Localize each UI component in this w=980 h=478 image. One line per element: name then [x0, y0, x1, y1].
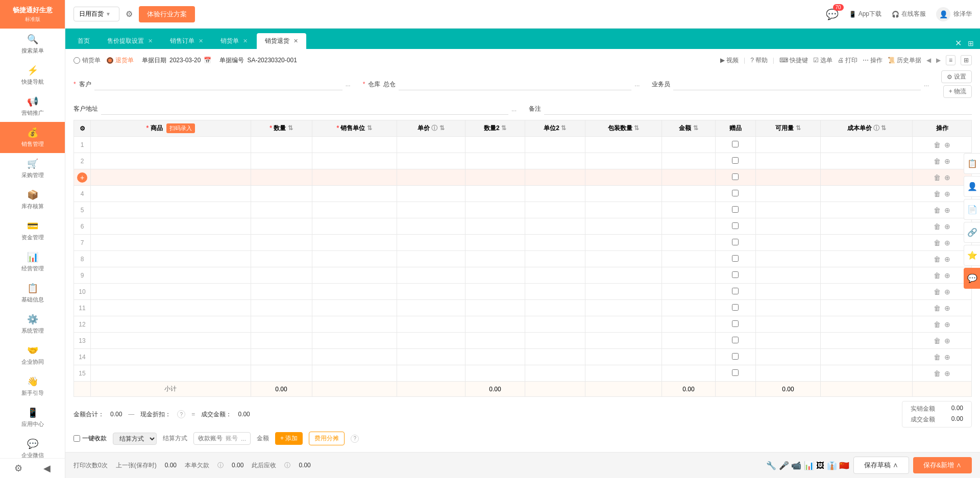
delete-row-btn-10[interactable]: 🗑 — [933, 287, 942, 297]
copy-row-btn-15[interactable]: ⊕ — [943, 368, 951, 379]
copy-row-btn-2[interactable]: ⊕ — [943, 156, 951, 166]
list-view-btn[interactable]: ≡ — [946, 55, 955, 65]
app-download[interactable]: 📱 App下载 — [849, 10, 881, 18]
copy-row-btn-1[interactable]: ⊕ — [943, 140, 951, 150]
copy-row-btn-9[interactable]: ⊕ — [943, 270, 951, 281]
copy-row-btn-11[interactable]: ⊕ — [943, 303, 951, 313]
should-recv-icon[interactable]: ⓘ — [284, 461, 290, 470]
grid-view-btn[interactable]: ⊞ — [961, 55, 972, 65]
col-unitprice-sort[interactable]: ⇅ — [439, 124, 445, 132]
salesperson-dots[interactable]: ... — [924, 81, 929, 88]
calendar-icon[interactable]: 📅 — [204, 57, 211, 64]
sidebar-item-sales[interactable]: 💰销售管理 — [0, 122, 65, 153]
discount-help[interactable]: ? — [177, 410, 185, 418]
sidebar-item-shortcut[interactable]: ⚡快捷导航 — [0, 60, 65, 91]
delete-row-btn-15[interactable]: 🗑 — [933, 368, 942, 379]
gift-checkbox-10[interactable] — [732, 288, 739, 294]
fee-split-btn[interactable]: 费用分摊 — [309, 432, 345, 445]
col-qty-sort[interactable]: ⇅ — [288, 124, 293, 132]
fee-help-icon[interactable]: ? — [351, 435, 359, 443]
delete-row-btn-6[interactable]: 🗑 — [933, 221, 942, 232]
video-help[interactable]: ▶ 视频 — [720, 56, 739, 65]
address-dots[interactable]: ... — [511, 106, 517, 113]
shortcut-btn[interactable]: ⌨ 快捷键 — [779, 56, 808, 65]
sidebar-item-inventory[interactable]: 📦库存核算 — [0, 184, 65, 215]
goods-input-3[interactable] — [94, 174, 248, 181]
tab-sale-goods[interactable]: 销货单✕ — [212, 33, 256, 49]
add-payment-btn[interactable]: + 添加 — [275, 432, 303, 445]
gift-checkbox-6[interactable] — [732, 222, 739, 229]
customer-input[interactable] — [94, 79, 342, 90]
gift-checkbox-5[interactable] — [732, 206, 739, 213]
copy-row-btn-6[interactable]: ⊕ — [943, 221, 951, 232]
delete-row-btn-12[interactable]: 🗑 — [933, 319, 942, 330]
one-click-pay-checkbox[interactable]: 一键收款 — [74, 434, 107, 443]
salesperson-input[interactable] — [673, 79, 921, 90]
print-btn[interactable]: 🖨 打印 — [838, 56, 857, 65]
doc-debt-icon[interactable]: ⓘ — [217, 461, 224, 470]
sidebar-item-appstore[interactable]: 📱应用中心 — [0, 402, 65, 433]
gift-checkbox-4[interactable] — [732, 190, 739, 196]
sidebar-item-enterprise[interactable]: 🤝企业协同 — [0, 340, 65, 371]
tab-sale-order[interactable]: 销售订单✕ — [162, 33, 211, 49]
user-avatar[interactable]: 👤 徐泽华 — [936, 7, 972, 21]
experience-btn[interactable]: 体验行业方案 — [139, 6, 195, 22]
col-unit2-sort[interactable]: ⇅ — [561, 124, 566, 132]
warehouse-dots[interactable]: ... — [634, 81, 640, 88]
gift-checkbox-3[interactable] — [732, 173, 739, 180]
delete-row-btn-4[interactable]: 🗑 — [933, 189, 942, 199]
gift-checkbox-11[interactable] — [732, 304, 739, 311]
side-panel-star[interactable]: ⭐ — [964, 245, 980, 266]
copy-row-btn-5[interactable]: ⊕ — [943, 205, 951, 215]
col-saleunit-sort[interactable]: ⇅ — [367, 124, 372, 132]
tab-sale-price[interactable]: 售价提取设置✕ — [99, 33, 161, 49]
delete-row-btn-9[interactable]: 🗑 — [933, 270, 942, 281]
window-maximize-btn[interactable]: ⊞ — [966, 39, 976, 47]
delete-row-btn-7[interactable]: 🗑 — [933, 238, 942, 248]
sidebar-item-wechat[interactable]: 💬企业微信 — [0, 433, 65, 458]
settings-btn[interactable]: ⚙ 设置 — [941, 70, 972, 83]
history-btn[interactable]: 📜 历史单据 — [888, 56, 921, 65]
sidebar-settings-icon[interactable]: ⚙ — [14, 463, 22, 474]
window-close-btn[interactable]: ✕ — [953, 38, 964, 48]
settle-method-select[interactable]: 结算方式 — [113, 433, 157, 445]
sidebar-item-purchase[interactable]: 🛒采购管理 — [0, 153, 65, 184]
save-new-btn[interactable]: 保存&新增 ∧ — [913, 457, 972, 473]
tab-home[interactable]: 首页 — [69, 33, 98, 49]
col-qty2-sort[interactable]: ⇅ — [501, 124, 506, 132]
account-dots[interactable]: ... — [241, 435, 246, 442]
logistics-btn[interactable]: + 物流 — [943, 85, 972, 98]
tab-close-sale-return[interactable]: ✕ — [293, 38, 298, 44]
side-panel-contact[interactable]: 👤 — [964, 176, 980, 197]
sidebar-item-system[interactable]: ⚙️系统管理 — [0, 309, 65, 340]
col-available-sort[interactable]: ⇅ — [796, 124, 801, 132]
online-service[interactable]: 🎧 在线客服 — [892, 10, 926, 18]
select-btn[interactable]: ☑ 选单 — [813, 56, 832, 65]
col-packqty-sort[interactable]: ⇅ — [634, 124, 639, 132]
radio-sale-return[interactable]: 退货单 — [107, 56, 134, 65]
sidebar-item-finance[interactable]: 💳资金管理 — [0, 215, 65, 246]
col-amount-sort[interactable]: ⇅ — [693, 124, 698, 132]
delete-row-btn-13[interactable]: 🗑 — [933, 336, 942, 346]
copy-row-btn-3[interactable]: ⊕ — [943, 172, 951, 183]
gift-checkbox-2[interactable] — [732, 157, 739, 164]
day-type-select[interactable]: 日用百货 ▼ — [74, 7, 119, 21]
add-row-btn-3[interactable]: + — [77, 172, 87, 183]
col-costprice-sort[interactable]: ⇅ — [881, 124, 886, 132]
gift-checkbox-13[interactable] — [732, 337, 739, 343]
gift-checkbox-8[interactable] — [732, 255, 739, 262]
sidebar-item-marketing[interactable]: 📢营销推广 — [0, 91, 65, 122]
copy-row-btn-8[interactable]: ⊕ — [943, 254, 951, 264]
message-icon[interactable]: 💬 70 — [826, 8, 839, 20]
prev-doc-btn[interactable]: ◀ — [926, 57, 931, 64]
sidebar-item-basic[interactable]: 📋基础信息 — [0, 278, 65, 309]
copy-row-btn-10[interactable]: ⊕ — [943, 287, 951, 297]
warehouse-input[interactable] — [399, 79, 631, 90]
sidebar-item-newuser[interactable]: 👋新手引导 — [0, 371, 65, 402]
copy-row-btn-12[interactable]: ⊕ — [943, 319, 951, 330]
tab-close-sale-goods[interactable]: ✕ — [243, 38, 248, 44]
copy-row-btn-14[interactable]: ⊕ — [943, 352, 951, 362]
topbar-settings-icon[interactable]: ⚙ — [126, 9, 133, 19]
delete-row-btn-2[interactable]: 🗑 — [933, 156, 942, 166]
gift-checkbox-15[interactable] — [732, 369, 739, 376]
